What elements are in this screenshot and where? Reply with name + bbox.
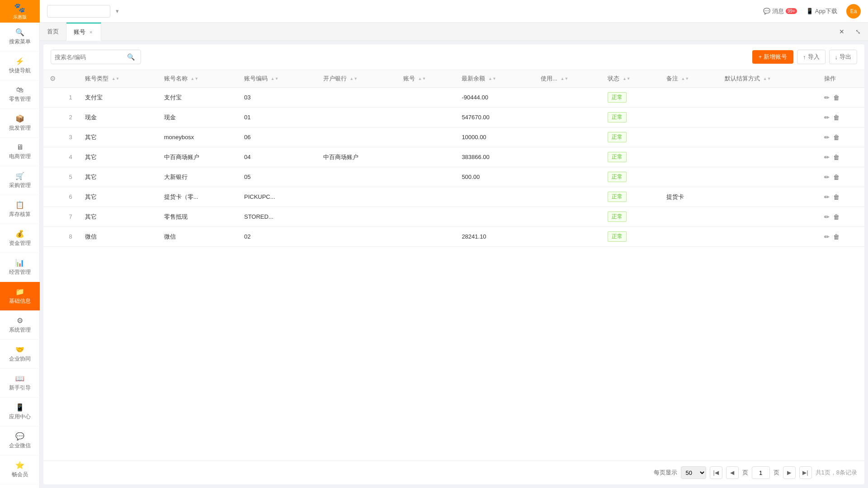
sidebar-item-ecommerce[interactable]: 🖥 电商管理 — [0, 138, 40, 166]
delete-button[interactable]: 🗑 — [833, 174, 840, 181]
import-button[interactable]: ↑ 导入 — [797, 50, 826, 64]
sort-type-icon: ▲▼ — [112, 77, 120, 81]
cell-usage — [535, 187, 602, 207]
edit-button[interactable]: ✏ — [824, 193, 830, 201]
tab-actions: ✕ ⤡ — [835, 25, 868, 38]
cell-status: 正常 — [602, 147, 660, 167]
export-button[interactable]: ↓ 导出 — [829, 50, 858, 64]
col-type[interactable]: 账号类型 ▲▼ — [80, 70, 159, 88]
sidebar-label-purchase: 采购管理 — [9, 182, 31, 189]
tab-close-icon[interactable]: × — [88, 29, 94, 35]
cell-default-settlement — [719, 207, 819, 227]
tab-close-button[interactable]: ✕ — [835, 25, 848, 38]
status-badge: 正常 — [608, 112, 627, 122]
last-page-button[interactable]: ▶| — [799, 466, 812, 479]
col-code[interactable]: 账号编码 ▲▼ — [239, 70, 318, 88]
cell-default-settlement — [719, 167, 819, 187]
search-icon: 🔍 — [127, 53, 135, 61]
edit-button[interactable]: ✏ — [824, 174, 830, 181]
sidebar-item-finance[interactable]: 💰 资金管理 — [0, 224, 40, 253]
first-page-button[interactable]: |◀ — [710, 466, 722, 479]
cell-index: 1 — [61, 88, 80, 108]
cell-account — [398, 227, 456, 247]
sidebar-item-wechat[interactable]: 💬 企业微信 — [0, 427, 40, 455]
page-label-post: 页 — [774, 469, 779, 477]
sidebar-item-search[interactable]: 🔍 搜索菜单 — [0, 23, 40, 52]
edit-button[interactable]: ✏ — [824, 134, 830, 141]
tab-expand-button[interactable]: ⤡ — [852, 25, 864, 38]
delete-button[interactable]: 🗑 — [833, 213, 840, 221]
sidebar-item-member[interactable]: ⭐ 畅会员 — [0, 455, 40, 484]
dropdown-arrow-icon[interactable]: ▾ — [116, 8, 119, 14]
cell-remark — [661, 167, 719, 187]
col-account[interactable]: 账号 ▲▼ — [398, 70, 456, 88]
sidebar-item-retail[interactable]: 🛍 零售管理 — [0, 80, 40, 109]
sidebar-item-enterprise[interactable]: 🤝 企业协同 — [0, 340, 40, 369]
col-usage[interactable]: 使用... ▲▼ — [535, 70, 602, 88]
edit-button[interactable]: ✏ — [824, 94, 830, 101]
top-search-input[interactable] — [47, 5, 110, 18]
column-settings-icon[interactable]: ⚙ — [50, 75, 56, 82]
cell-name: 零售抵现 — [159, 207, 239, 227]
col-status[interactable]: 状态 ▲▼ — [602, 70, 660, 88]
page-input[interactable] — [752, 466, 770, 479]
col-default-settlement[interactable]: 默认结算方式 ▲▼ — [719, 70, 819, 88]
sidebar-item-wholesale[interactable]: 📦 批发管理 — [0, 109, 40, 138]
delete-button[interactable]: 🗑 — [833, 114, 840, 121]
next-page-button[interactable]: ▶ — [783, 466, 796, 479]
sidebar-label-shortcut: 快捷导航 — [9, 67, 31, 75]
col-balance[interactable]: 最新余额 ▲▼ — [456, 70, 535, 88]
main-content: ▾ 💬 消息 99+ 📱 App下载 Ea 首页 账号 × ✕ ⤡ — [40, 0, 868, 488]
sidebar-item-operations[interactable]: 📊 经营管理 — [0, 253, 40, 282]
table-row: 5 其它 大新银行 05 500.00 正常 ✏ 🗑 — [43, 167, 864, 187]
sidebar-label-wholesale: 批发管理 — [9, 124, 31, 132]
add-account-button[interactable]: + 新增账号 — [752, 50, 793, 64]
cell-checkbox — [43, 127, 61, 147]
sidebar-item-shortcut[interactable]: ⚡ 快捷导航 — [0, 52, 40, 80]
cell-default-settlement — [719, 127, 819, 147]
sidebar-label-enterprise: 企业协同 — [9, 355, 31, 363]
tab-home[interactable]: 首页 — [40, 23, 66, 41]
delete-button[interactable]: 🗑 — [833, 154, 840, 161]
sidebar-item-inventory[interactable]: 📋 库存核算 — [0, 195, 40, 224]
edit-button[interactable]: ✏ — [824, 233, 830, 240]
table-row: 7 其它 零售抵现 STORED... 正常 ✏ 🗑 — [43, 207, 864, 227]
cell-status: 正常 — [602, 127, 660, 147]
sidebar-item-system[interactable]: ⚙ 系统管理 — [0, 311, 40, 340]
status-badge: 正常 — [608, 152, 627, 162]
col-name[interactable]: 账号名称 ▲▼ — [159, 70, 239, 88]
sidebar-item-basic[interactable]: 📁 基础信息 — [0, 282, 40, 311]
per-page-select[interactable]: 50 20 100 — [681, 466, 706, 479]
search-input[interactable] — [55, 54, 127, 61]
cell-checkbox — [43, 207, 61, 227]
total-info: 共1页，8条记录 — [816, 469, 857, 477]
col-bank[interactable]: 开户银行 ▲▼ — [318, 70, 398, 88]
edit-button[interactable]: ✏ — [824, 213, 830, 221]
edit-button[interactable]: ✏ — [824, 114, 830, 121]
cell-remark: 提货卡 — [661, 187, 719, 207]
cell-status: 正常 — [602, 227, 660, 247]
table-body: 1 支付宝 支付宝 03 -90444.00 正常 ✏ 🗑 2 现金 现金 01 — [43, 88, 864, 247]
tab-account[interactable]: 账号 × — [66, 23, 101, 41]
sidebar-item-guide[interactable]: 📖 新手引导 — [0, 369, 40, 398]
delete-button[interactable]: 🗑 — [833, 193, 840, 201]
col-remark[interactable]: 备注 ▲▼ — [661, 70, 719, 88]
edit-button[interactable]: ✏ — [824, 154, 830, 161]
sort-settlement-icon: ▲▼ — [763, 77, 771, 81]
sidebar-item-app-center[interactable]: 📱 应用中心 — [0, 398, 40, 427]
delete-button[interactable]: 🗑 — [833, 134, 840, 141]
delete-button[interactable]: 🗑 — [833, 233, 840, 240]
delete-button[interactable]: 🗑 — [833, 94, 840, 101]
cell-checkbox — [43, 147, 61, 167]
cell-usage — [535, 147, 602, 167]
wholesale-icon: 📦 — [15, 114, 24, 123]
sidebar-item-purchase[interactable]: 🛒 采购管理 — [0, 166, 40, 195]
table-row: 1 支付宝 支付宝 03 -90444.00 正常 ✏ 🗑 — [43, 88, 864, 108]
user-avatar[interactable]: Ea — [846, 4, 861, 19]
status-badge: 正常 — [608, 92, 627, 103]
message-action[interactable]: 💬 消息 99+ — [763, 7, 797, 15]
app-download-action[interactable]: 📱 App下载 — [806, 7, 837, 15]
prev-page-button[interactable]: ◀ — [726, 466, 739, 479]
cell-type: 微信 — [80, 227, 159, 247]
cell-action: ✏ 🗑 — [819, 207, 864, 227]
